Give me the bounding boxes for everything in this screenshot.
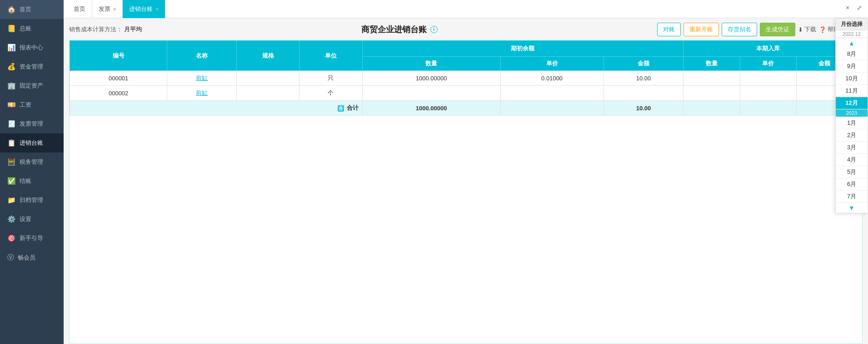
- col-header-ps-price: 单价: [500, 57, 604, 71]
- toolbar-row: 销售成本计算方法： 月平均 商贸企业进销台账 i 对账 重新开账 存货别名 生成…: [69, 23, 863, 36]
- sidebar-item-label: 进销台账: [20, 139, 43, 147]
- tab-home[interactable]: 首页: [67, 0, 92, 18]
- tab-invoice-label: 发票: [99, 5, 110, 13]
- main-content: × ⤢ 首页 发票 × 进销台账 × 销售成本计算方法： 月平均 商贸企业进销台…: [64, 0, 868, 344]
- sidebar-item-reports[interactable]: 📊 报表中心: [0, 38, 64, 57]
- col-header-ps-amount: 金额: [604, 57, 683, 71]
- month-item-8[interactable]: 8月: [836, 48, 868, 60]
- maximize-button[interactable]: ⤢: [854, 3, 864, 13]
- month-item-5[interactable]: 5月: [836, 166, 868, 178]
- sidebar-item-label: 资金管理: [20, 63, 43, 71]
- vip-icon: Ⓥ: [7, 253, 14, 262]
- month-nav-down[interactable]: ▼: [836, 203, 868, 213]
- sidebar-item-label: 发票管理: [20, 120, 43, 128]
- month-item-4[interactable]: 4月: [836, 154, 868, 166]
- download-button[interactable]: ⬇ 下载: [798, 25, 816, 34]
- sidebar-item-settings[interactable]: ⚙️ 设置: [0, 210, 64, 229]
- sidebar-item-label: 固定资产: [20, 82, 43, 90]
- cell-ps-qty: [362, 86, 500, 101]
- sidebar-item-label: 结账: [20, 177, 31, 185]
- tax-icon: 🧮: [7, 158, 16, 166]
- total-ci-qty: [683, 101, 740, 116]
- cell-ci-qty: [683, 71, 740, 86]
- month-item-10[interactable]: 10月: [836, 73, 868, 85]
- month-item-9[interactable]: 9月: [836, 60, 868, 73]
- sidebar-item-tax[interactable]: 🧮 税务管理: [0, 152, 64, 172]
- page-title-area: 商贸企业进销台账 i: [361, 24, 438, 35]
- total-ps-price: [500, 101, 604, 116]
- total-ci-price: [740, 101, 796, 116]
- total-label-cell: 合 合计: [70, 101, 363, 116]
- purchase-sales-icon: 📋: [7, 139, 16, 147]
- tab-purchase-sales-label: 进销台账: [129, 5, 153, 13]
- sidebar-item-label: 报表中心: [20, 44, 43, 52]
- total-ps-amount: 10.00: [604, 101, 683, 116]
- month-item-3[interactable]: 3月: [836, 142, 868, 154]
- tab-purchase-sales[interactable]: 进销台账 ×: [123, 0, 165, 18]
- table-row: 000001 前缸 只 1000.00000 0.01000 10.00: [70, 71, 862, 86]
- sidebar-item-vip[interactable]: Ⓥ 畅会员: [0, 248, 64, 267]
- col-header-spec: 规格: [236, 41, 299, 71]
- sidebar-item-label: 新手引导: [20, 234, 43, 242]
- sidebar-item-home[interactable]: 🏠 首页: [0, 0, 64, 19]
- salary-icon: 💴: [7, 101, 16, 109]
- sidebar-item-salary[interactable]: 💴 工资: [0, 95, 64, 114]
- page-title: 商贸企业进销台账: [361, 24, 427, 35]
- main-table: 编号 名称 规格 单位 期初余额 本期入库 数量 单价 金额 数量 单价: [70, 40, 862, 116]
- settings-icon: ⚙️: [7, 215, 16, 223]
- total-ps-qty: 1000.00000: [362, 101, 500, 116]
- sidebar-item-assets[interactable]: 🏢 固定资产: [0, 76, 64, 95]
- month-item-1[interactable]: 1月: [836, 117, 868, 129]
- guide-icon: 🎯: [7, 234, 16, 242]
- reconcile-button[interactable]: 对账: [657, 23, 681, 36]
- sidebar-item-archive[interactable]: 📁 归档管理: [0, 191, 64, 210]
- cell-ci-price: [740, 86, 796, 101]
- month-panel-year-2022: 2022.12: [836, 30, 868, 38]
- sidebar-item-checkout[interactable]: ✅ 结账: [0, 172, 64, 191]
- name-link[interactable]: 前缸: [196, 89, 208, 96]
- cost-method-value: 月平均: [124, 26, 142, 33]
- reopen-button[interactable]: 重新开账: [683, 23, 719, 36]
- month-nav-up[interactable]: ▲: [836, 38, 868, 48]
- download-label: 下载: [804, 25, 816, 34]
- archive-icon: 📁: [7, 196, 16, 204]
- sidebar-item-guide[interactable]: 🎯 新手引导: [0, 229, 64, 248]
- cell-spec: [236, 71, 299, 86]
- cost-method-label: 销售成本计算方法：: [69, 26, 122, 33]
- cell-ps-price: 0.01000: [500, 71, 604, 86]
- sidebar-item-label: 税务管理: [20, 158, 43, 166]
- sidebar: 🏠 首页 📒 总账 📊 报表中心 💰 资金管理 🏢 固定资产 💴 工资 🧾 发票…: [0, 0, 64, 344]
- tab-invoice[interactable]: 发票 ×: [92, 0, 123, 18]
- sidebar-item-label: 畅会员: [18, 254, 35, 262]
- name-link[interactable]: 前缸: [196, 74, 208, 81]
- save-alias-button[interactable]: 存货别名: [722, 23, 757, 36]
- toolbar-right: 对账 重新开账 存货别名 生成凭证 ⬇ 下载 ❓ 帮助 🔄 刷新: [657, 23, 863, 36]
- page-info-icon[interactable]: i: [430, 26, 438, 33]
- month-item-11[interactable]: 11月: [836, 85, 868, 97]
- month-item-2[interactable]: 2月: [836, 129, 868, 142]
- sidebar-item-purchase-sales[interactable]: 📋 进销台账: [0, 133, 64, 152]
- cell-ci-price: [740, 71, 796, 86]
- generate-voucher-button[interactable]: 生成凭证: [760, 23, 795, 36]
- month-panel-title: 月份选择: [836, 19, 868, 30]
- month-item-6[interactable]: 6月: [836, 178, 868, 191]
- month-item-7[interactable]: 7月: [836, 191, 868, 203]
- sidebar-item-funds[interactable]: 💰 资金管理: [0, 57, 64, 76]
- month-item-12[interactable]: 12月: [836, 97, 868, 109]
- ledger-icon: 📒: [7, 25, 16, 33]
- total-label: 合计: [347, 104, 359, 111]
- tab-purchase-sales-close[interactable]: ×: [155, 6, 158, 12]
- col-header-code: 编号: [70, 41, 167, 71]
- sidebar-item-ledger[interactable]: 📒 总账: [0, 19, 64, 38]
- cell-ps-amount: 10.00: [604, 71, 683, 86]
- sidebar-item-label: 工资: [20, 101, 31, 109]
- download-icon: ⬇: [798, 26, 803, 33]
- sidebar-item-label: 设置: [20, 215, 31, 223]
- close-button[interactable]: ×: [843, 3, 853, 13]
- cell-unit: 只: [299, 71, 362, 86]
- month-panel: 月份选择 2022.12 ▲ 8月 9月 10月 11月 12月 2023 1月…: [835, 18, 868, 213]
- home-icon: 🏠: [7, 5, 16, 14]
- sidebar-item-invoice-mgmt[interactable]: 🧾 发票管理: [0, 114, 64, 133]
- cell-ps-amount: [604, 86, 683, 101]
- tab-invoice-close[interactable]: ×: [113, 6, 116, 12]
